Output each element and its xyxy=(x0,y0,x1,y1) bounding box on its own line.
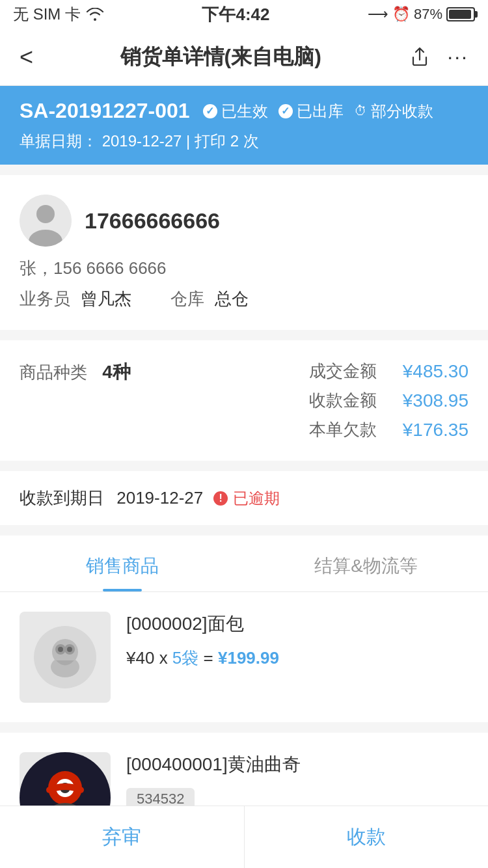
share-icon[interactable] xyxy=(408,46,431,69)
overdue-date: 2019-12-27 xyxy=(116,488,203,508)
warehouse-value: 总仓 xyxy=(215,288,249,310)
svg-point-9 xyxy=(51,657,79,677)
status-left: 无 SIM 卡 xyxy=(13,4,104,25)
svg-point-1 xyxy=(36,205,55,223)
debt-label: 本单欠款 xyxy=(309,418,377,441)
warehouse-item: 仓库 总仓 xyxy=(170,288,249,310)
summary-left: 商品种类 4种 xyxy=(20,360,131,390)
status-effective: ✓ 已生效 xyxy=(203,101,268,122)
wifi-icon xyxy=(86,8,104,21)
nav-bar: < 销货单详情(来自电脑) ··· xyxy=(0,29,488,86)
product-thumbnail-1 xyxy=(20,612,111,703)
summary-section: 商品种类 4种 成交金额 ¥485.30 收款金额 ¥308.95 本单欠款 ¥… xyxy=(0,340,488,461)
svg-point-7 xyxy=(58,647,63,652)
page-title: 销货单详情(来自电脑) xyxy=(120,43,321,72)
date-label: 单据日期： xyxy=(20,132,98,150)
customer-info: 张，156 6666 6666 xyxy=(20,257,468,280)
overdue-dot-icon: ! xyxy=(213,491,228,506)
customer-meta: 业务员 曾凡杰 仓库 总仓 xyxy=(20,288,468,310)
type-count: 4种 xyxy=(102,362,131,382)
clock-icon: ⏱ xyxy=(354,103,367,118)
check-icon-2: ✓ xyxy=(278,104,293,118)
amount-row: 成交金额 ¥485.30 xyxy=(309,360,468,383)
salesperson-item: 业务员 曾凡杰 xyxy=(20,288,131,310)
status-tags: ✓ 已生效 ✓ 已出库 ⏱ 部分收款 xyxy=(203,101,433,122)
bottom-bar: 弃审 收款 xyxy=(0,806,488,868)
customer-row: 17666666666 xyxy=(20,195,468,247)
debt-row: 本单欠款 ¥176.35 xyxy=(309,418,468,441)
product-price-1: ¥40 xyxy=(126,648,154,668)
payment-value: ¥308.95 xyxy=(403,390,468,411)
carrier-label: 无 SIM 卡 xyxy=(13,4,81,25)
cancel-button[interactable]: 弃审 xyxy=(0,806,245,868)
confirm-button[interactable]: 收款 xyxy=(245,806,489,868)
salesperson-value: 曾凡杰 xyxy=(81,288,131,310)
product-type-row: 商品种类 4种 xyxy=(20,360,131,385)
battery-icon xyxy=(446,7,475,21)
type-label: 商品种类 xyxy=(20,362,87,382)
location-icon: ⟶ xyxy=(368,6,388,23)
product-quantity-1: 5袋 xyxy=(172,648,198,668)
alarm-icon: ⏰ xyxy=(392,6,410,23)
product-name-2: [000400001]黄油曲奇 xyxy=(126,752,468,777)
order-id: SA-20191227-001 xyxy=(20,99,190,123)
amount-label: 成交金额 xyxy=(309,360,377,383)
overdue-badge: ! 已逾期 xyxy=(213,488,280,509)
back-button[interactable]: < xyxy=(20,44,33,71)
tabs-section: 销售商品 结算&物流等 xyxy=(0,536,488,592)
tab-logistics[interactable]: 结算&物流等 xyxy=(244,536,488,591)
order-header-banner: SA-20191227-001 ✓ 已生效 ✓ 已出库 ⏱ 部分收款 单据日期：… xyxy=(0,86,488,165)
customer-name: 17666666666 xyxy=(85,208,220,234)
status-bar: 无 SIM 卡 下午4:42 ⟶ ⏰ 87% xyxy=(0,0,488,29)
payment-row: 收款金额 ¥308.95 xyxy=(309,389,468,412)
product-price-row-1: ¥40 x 5袋 = ¥199.99 xyxy=(126,647,468,670)
more-button[interactable]: ··· xyxy=(447,45,468,69)
list-item: [0000002]面包 ¥40 x 5袋 = ¥199.99 xyxy=(0,592,488,722)
tab-products[interactable]: 销售商品 xyxy=(0,536,244,591)
status-partial-payment: ⏱ 部分收款 xyxy=(354,101,433,122)
nav-actions: ··· xyxy=(408,45,468,69)
order-date-row: 单据日期： 2019-12-27 | 打印 2 次 xyxy=(20,131,468,152)
summary-right: 成交金额 ¥485.30 收款金额 ¥308.95 本单欠款 ¥176.35 xyxy=(309,360,468,441)
order-date: 2019-12-27 xyxy=(102,132,182,150)
tabs-row: 销售商品 结算&物流等 xyxy=(0,536,488,591)
warehouse-label: 仓库 xyxy=(170,288,204,310)
status-dispatched: ✓ 已出库 xyxy=(278,101,344,122)
salesperson-label: 业务员 xyxy=(20,288,70,310)
customer-section: 17666666666 张，156 6666 6666 业务员 曾凡杰 仓库 总… xyxy=(0,175,488,330)
product-total-1: ¥199.99 xyxy=(218,648,279,668)
print-info: | 打印 2 次 xyxy=(186,132,259,150)
overdue-section: 收款到期日 2019-12-27 ! 已逾期 xyxy=(0,471,488,525)
status-right: ⟶ ⏰ 87% xyxy=(368,6,475,23)
overdue-label: 收款到期日 2019-12-27 xyxy=(20,487,203,509)
svg-point-8 xyxy=(67,647,72,652)
product-info-1: [0000002]面包 ¥40 x 5袋 = ¥199.99 xyxy=(126,612,468,670)
overdue-text: 已逾期 xyxy=(233,488,280,509)
battery-percent: 87% xyxy=(414,6,442,23)
product-name-1: [0000002]面包 xyxy=(126,612,468,636)
status-time: 下午4:42 xyxy=(202,3,269,26)
debt-value: ¥176.35 xyxy=(403,420,468,441)
check-icon-1: ✓ xyxy=(203,104,217,118)
amount-value: ¥485.30 xyxy=(403,361,468,382)
payment-label: 收款金额 xyxy=(309,389,377,412)
avatar xyxy=(20,195,72,247)
